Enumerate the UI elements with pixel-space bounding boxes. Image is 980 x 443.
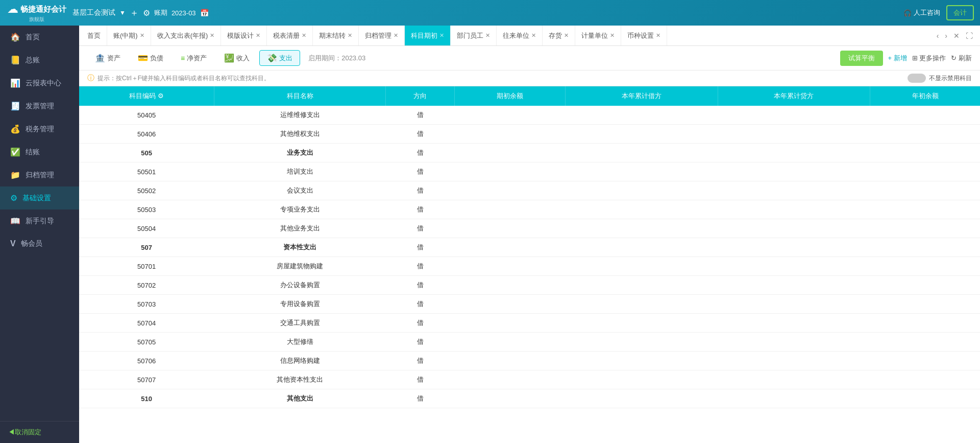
cell-opening bbox=[455, 219, 566, 238]
cell-direction: 借 bbox=[386, 238, 455, 257]
table-row[interactable]: 50504 其他业务支出 借 bbox=[79, 219, 980, 238]
tab-dept-close[interactable]: ✕ bbox=[485, 32, 490, 39]
table-row[interactable]: 507 资本性支出 借 bbox=[79, 238, 980, 257]
tab-closing-close[interactable]: ✕ bbox=[348, 32, 352, 39]
sidebar-item-closing[interactable]: ✅ 结账 bbox=[0, 141, 79, 164]
tab-scroll-right[interactable]: › bbox=[943, 31, 949, 41]
account-button[interactable]: 会计 bbox=[946, 5, 974, 20]
tab-currency-close[interactable]: ✕ bbox=[656, 32, 660, 39]
service-label: 人工咨询 bbox=[914, 8, 940, 17]
refresh-button[interactable]: ↻ 刷新 bbox=[951, 54, 972, 63]
tab-home[interactable]: 首页 bbox=[81, 26, 107, 46]
tab-taxform[interactable]: 税表清册 ✕ bbox=[267, 26, 313, 46]
settings-gear-icon: ⚙ bbox=[10, 193, 17, 203]
tab-contacts-close[interactable]: ✕ bbox=[531, 32, 536, 39]
add-project-icon[interactable]: ＋ bbox=[130, 7, 139, 19]
tab-template[interactable]: 模版设计 ✕ bbox=[221, 26, 267, 46]
sidebar-item-reports[interactable]: 📊 云报表中心 bbox=[0, 72, 79, 95]
sub-tab-assets[interactable]: 🏦 资产 bbox=[87, 50, 128, 66]
tab-unit[interactable]: 计量单位 ✕ bbox=[575, 26, 621, 46]
cell-opening bbox=[455, 389, 566, 408]
sidebar-item-tax[interactable]: 💰 税务管理 bbox=[0, 118, 79, 141]
disable-toggle[interactable] bbox=[908, 74, 926, 83]
balance-button[interactable]: 试算平衡 bbox=[840, 51, 883, 66]
sidebar-item-invoices[interactable]: 🧾 发票管理 bbox=[0, 95, 79, 118]
table-row[interactable]: 50705 大型修缮 借 bbox=[79, 333, 980, 352]
add-button[interactable]: + 新增 bbox=[888, 54, 907, 63]
table-row[interactable]: 50703 专用设备购置 借 bbox=[79, 295, 980, 314]
tab-dept-label: 部门员工 bbox=[457, 31, 483, 40]
tab-archive-close[interactable]: ✕ bbox=[394, 32, 398, 39]
tab-unit-close[interactable]: ✕ bbox=[610, 32, 615, 39]
tab-zhangqizhong-label: 账(中期) bbox=[113, 31, 138, 40]
cell-year-opening bbox=[870, 144, 980, 162]
table-row[interactable]: 50405 运维维修支出 借 bbox=[79, 106, 980, 125]
tab-bar-controls: ‹ › ✕ ⛶ bbox=[932, 31, 978, 41]
sidebar-collapse-button[interactable]: ◀取消固定 bbox=[0, 421, 79, 443]
table-row[interactable]: 50706 信息网络购建 借 bbox=[79, 352, 980, 370]
tab-scroll-left[interactable]: ‹ bbox=[935, 31, 941, 41]
table-row[interactable]: 505 业务支出 借 bbox=[79, 144, 980, 162]
sub-tab-netassets[interactable]: ≡ 净资产 bbox=[173, 51, 214, 66]
cell-ytd-debit bbox=[566, 370, 718, 389]
tab-contacts[interactable]: 往来单位 ✕ bbox=[497, 26, 543, 46]
col-name: 科目名称 bbox=[214, 86, 385, 106]
calendar-icon[interactable]: 📅 bbox=[200, 9, 209, 17]
sidebar-item-settings[interactable]: ⚙ 基础设置 bbox=[0, 186, 79, 209]
col-settings-button[interactable]: ⚙ bbox=[158, 92, 164, 100]
table-row[interactable]: 50702 办公设备购置 借 bbox=[79, 276, 980, 295]
tab-zhangqizhong[interactable]: 账(中期) ✕ bbox=[107, 26, 151, 46]
tab-inventory-close[interactable]: ✕ bbox=[564, 32, 569, 39]
cell-direction: 借 bbox=[386, 370, 455, 389]
table-row[interactable]: 510 其他支出 借 bbox=[79, 389, 980, 408]
cell-code: 50501 bbox=[79, 162, 214, 181]
tab-currency[interactable]: 币种设置 ✕ bbox=[621, 26, 667, 46]
tab-archive[interactable]: 归档管理 ✕ bbox=[359, 26, 405, 46]
cell-ytd-credit bbox=[718, 333, 870, 352]
table-row[interactable]: 50502 会议支出 借 bbox=[79, 181, 980, 200]
tab-inventory[interactable]: 存货 ✕ bbox=[543, 26, 575, 46]
sidebar-item-archive[interactable]: 📁 归档管理 bbox=[0, 164, 79, 186]
cell-opening bbox=[455, 106, 566, 125]
more-button[interactable]: ⊞ 更多操作 bbox=[912, 54, 946, 63]
sub-tab-liabilities[interactable]: 💳 负债 bbox=[130, 50, 171, 66]
tab-closing[interactable]: 期末结转 ✕ bbox=[313, 26, 359, 46]
tab-zhangqizhong-close[interactable]: ✕ bbox=[140, 32, 144, 39]
cell-opening bbox=[455, 125, 566, 144]
table-row[interactable]: 50501 培训支出 借 bbox=[79, 162, 980, 181]
table-row[interactable]: 50406 其他维权支出 借 bbox=[79, 125, 980, 144]
table-row[interactable]: 50503 专项业务支出 借 bbox=[79, 200, 980, 219]
tab-maximize[interactable]: ⛶ bbox=[964, 31, 975, 41]
cell-direction: 借 bbox=[386, 389, 455, 408]
sidebar-item-vip[interactable]: V 畅会员 bbox=[0, 232, 79, 255]
table-row[interactable]: 50704 交通工具购置 借 bbox=[79, 314, 980, 333]
tab-taxform-label: 税表清册 bbox=[273, 31, 300, 40]
cell-name: 大型修缮 bbox=[214, 333, 385, 352]
sidebar-item-guide[interactable]: 📖 新手引导 bbox=[0, 209, 79, 232]
tab-taxform-close[interactable]: ✕ bbox=[302, 32, 306, 39]
toggle-area: 不显示禁用科目 bbox=[908, 74, 972, 83]
home-icon: 🏠 bbox=[10, 32, 20, 42]
tab-contacts-label: 往来单位 bbox=[503, 31, 529, 40]
cell-code: 50504 bbox=[79, 219, 214, 238]
tab-subject-init-close[interactable]: ✕ bbox=[439, 32, 444, 39]
sidebar-item-ledger[interactable]: 📒 总账 bbox=[0, 49, 79, 72]
tab-close-all[interactable]: ✕ bbox=[951, 31, 962, 41]
settings-icon[interactable]: ⚙ bbox=[143, 8, 150, 18]
sidebar-item-home[interactable]: 🏠 首页 bbox=[0, 26, 79, 49]
tab-income-report-close[interactable]: ✕ bbox=[210, 32, 214, 39]
tab-dept[interactable]: 部门员工 ✕ bbox=[451, 26, 497, 46]
cell-name: 其他业务支出 bbox=[214, 219, 385, 238]
ledger-icon: 📒 bbox=[10, 55, 20, 65]
project-dropdown-icon[interactable]: ▼ bbox=[119, 9, 126, 16]
table-row[interactable]: 50707 其他资本性支出 借 bbox=[79, 370, 980, 389]
tab-template-close[interactable]: ✕ bbox=[256, 32, 260, 39]
tab-subject-init[interactable]: 科目期初 ✕ bbox=[405, 26, 451, 46]
sub-tab-income[interactable]: 💹 收入 bbox=[216, 50, 257, 66]
sub-tab-expenses[interactable]: 💸 支出 bbox=[259, 50, 300, 66]
service-button[interactable]: 🎧 人工咨询 bbox=[903, 8, 940, 17]
cell-direction: 借 bbox=[386, 314, 455, 333]
table-container[interactable]: 科目编码 ⚙ 科目名称 方向 期初余额 本年累计借方 本年累计贷方 年初余额 5… bbox=[79, 86, 980, 443]
tab-income-report[interactable]: 收入支出表(年报) ✕ bbox=[151, 26, 222, 46]
table-row[interactable]: 50701 房屋建筑物购建 借 bbox=[79, 257, 980, 276]
